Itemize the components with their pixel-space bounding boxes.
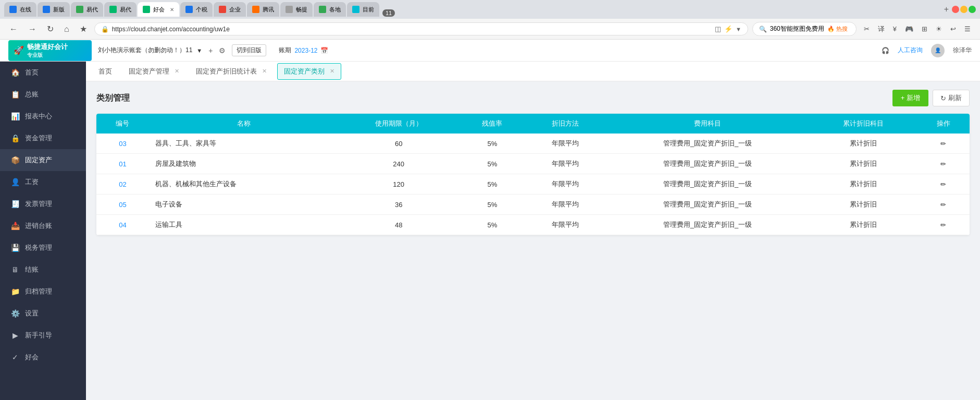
sidebar-item-设置[interactable]: ⚙️ 设置 — [0, 302, 86, 324]
sidebar-icon-总账: 📋 — [10, 90, 20, 99]
switch-version-btn[interactable]: 切到旧版 — [232, 44, 266, 56]
tab-favicon — [252, 6, 259, 13]
calendar-icon: 📅 — [320, 47, 328, 54]
breadcrumb-home[interactable]: 首页 — [94, 64, 116, 79]
browser-tab-在线[interactable]: 在线 — [4, 2, 36, 17]
cell-accum-subject: 累计折旧 — [810, 215, 917, 235]
sidebar-item-归档管理[interactable]: 📁 归档管理 — [0, 281, 86, 302]
tab-label: 好会 — [153, 6, 165, 14]
reload-button[interactable]: ↻ — [44, 22, 57, 36]
page-tab-固定资产折旧统计表[interactable]: 固定资产折旧统计表 ✕ — [190, 64, 273, 79]
cell-code: 04 — [96, 215, 149, 235]
tab-bar: 在线 新版 易代 易代 好会 ✕ 个税 企业 腾讯 畅提 各地 目前 11 + — [0, 0, 980, 19]
forward-button[interactable]: → — [25, 22, 40, 36]
url-text: https://cloud.chanjet.com/accounting/uw1… — [112, 26, 712, 33]
window-min-btn[interactable] — [960, 6, 967, 13]
sidebar-item-新手引导[interactable]: ▶ 新手引导 — [0, 324, 86, 346]
browser-tab-好会[interactable]: 好会 ✕ — [138, 2, 179, 17]
tab-close-icon[interactable]: ✕ — [170, 7, 174, 13]
browser-tab-目前[interactable]: 目前 — [347, 2, 379, 17]
logo-icon: 🚀 — [14, 45, 24, 55]
user-info-section: 刘小艳演示账套（勿删勿动！）11 ▼ + ⚙ — [98, 46, 226, 55]
app-logo: 🚀 畅捷通好会计 专业版 — [8, 40, 92, 61]
sidebar-label: 固定资产 — [25, 155, 52, 165]
new-record-btn[interactable]: + 新增 — [892, 90, 928, 106]
sidebar-item-报表中心[interactable]: 📊 报表中心 — [0, 105, 86, 127]
sidebar-icon-进销台账: 📥 — [10, 221, 20, 231]
new-tab-button[interactable]: + — [942, 5, 951, 14]
page-tab-固定资产类别[interactable]: 固定资产类别 ✕ — [277, 63, 341, 80]
cell-edit[interactable]: ✏ — [917, 174, 970, 195]
sidebar-label: 报表中心 — [25, 112, 52, 121]
cell-edit[interactable]: ✏ — [917, 134, 970, 154]
cell-name: 电子设备 — [149, 195, 338, 215]
sidebar-label: 资金管理 — [25, 134, 52, 143]
cut-icon[interactable]: ✂ — [861, 22, 873, 36]
sidebar-item-好会[interactable]: ✓ 好会 — [0, 346, 86, 368]
cell-accum-subject: 累计折旧 — [810, 174, 917, 195]
page-tab-固定资产管理[interactable]: 固定资产管理 ✕ — [122, 64, 185, 79]
brightness-icon[interactable]: ☀ — [933, 22, 945, 36]
sidebar-item-税务管理[interactable]: 💾 税务管理 — [0, 237, 86, 259]
cell-code: 05 — [96, 195, 149, 215]
cell-rate: 5% — [459, 134, 525, 154]
avatar-icon: 👤 — [935, 47, 941, 53]
menu-icon[interactable]: ☰ — [961, 22, 974, 36]
action-buttons: + 新增 ↻ 刷新 — [892, 90, 970, 106]
sidebar-item-工资[interactable]: 👤 工资 — [0, 171, 86, 193]
back-button[interactable]: ← — [6, 22, 21, 36]
page-tab-close-icon[interactable]: ✕ — [330, 68, 334, 75]
tab-favicon — [43, 6, 50, 13]
table-row: 04运输工具485%年限平均管理费用_固定资产折旧_一级累计折旧✏ — [96, 215, 970, 235]
grid-icon[interactable]: ⊞ — [919, 22, 931, 36]
bookmark-button[interactable]: ★ — [77, 22, 90, 36]
sidebar-item-资金管理[interactable]: 🔒 资金管理 — [0, 127, 86, 149]
sidebar-item-固定资产[interactable]: 📦 固定资产 — [0, 149, 86, 171]
tab-label: 在线 — [20, 6, 31, 14]
undo-icon[interactable]: ↩ — [947, 22, 959, 36]
dropdown-icon: ▼ — [196, 47, 202, 54]
cell-months: 120 — [338, 174, 459, 195]
sidebar-item-发票管理[interactable]: 🧾 发票管理 — [0, 193, 86, 215]
browser-toolbar: ← → ↻ ⌂ ★ 🔒 https://cloud.chanjet.com/ac… — [0, 19, 980, 40]
sidebar-item-首页[interactable]: 🏠 首页 — [0, 62, 86, 83]
browser-tab-腾讯[interactable]: 腾讯 — [247, 2, 279, 17]
browser-tab-各地[interactable]: 各地 — [314, 2, 346, 17]
home-button[interactable]: ⌂ — [61, 22, 72, 36]
sidebar-item-进销台账[interactable]: 📥 进销台账 — [0, 215, 86, 237]
browser-tab-个税[interactable]: 个税 — [180, 2, 213, 17]
cell-expense-subject: 管理费用_固定资产折旧_一级 — [605, 195, 810, 215]
tab-favicon — [286, 6, 293, 13]
sidebar-item-总账[interactable]: 📋 总账 — [0, 83, 86, 105]
table-header-折旧方法: 折旧方法 — [525, 114, 605, 134]
app-header: 🚀 畅捷通好会计 专业版 刘小艳演示账套（勿删勿动！）11 ▼ + ⚙ 切到旧版… — [0, 40, 980, 62]
refresh-btn[interactable]: ↻ 刷新 — [933, 90, 970, 106]
address-bar[interactable]: 🔒 https://cloud.chanjet.com/accounting/u… — [94, 22, 748, 35]
translate-icon[interactable]: 译 — [875, 22, 888, 36]
service-label[interactable]: 人工咨询 — [898, 46, 923, 55]
sidebar-item-结账[interactable]: 🖥 结账 — [0, 259, 86, 281]
browser-tab-新版[interactable]: 新版 — [38, 2, 70, 17]
cell-edit[interactable]: ✏ — [917, 154, 970, 174]
page-tab-close-icon[interactable]: ✕ — [262, 68, 267, 75]
browser-tab-畅提[interactable]: 畅提 — [280, 2, 313, 17]
page-tab-close-icon[interactable]: ✕ — [175, 68, 179, 75]
dropdown-icon: ▼ — [736, 26, 741, 32]
browser-search-bar[interactable]: 🔍 360智能抠图免费用 🔥 热搜 — [752, 22, 857, 36]
window-max-btn[interactable] — [969, 6, 976, 13]
wallet-icon[interactable]: ¥ — [890, 22, 900, 36]
browser-tab-企业[interactable]: 企业 — [214, 2, 246, 17]
browser-tab-易代[interactable]: 易代 — [71, 2, 103, 17]
cell-months: 60 — [338, 134, 459, 154]
tab-label: 腾讯 — [263, 6, 274, 14]
window-close-btn[interactable] — [952, 6, 959, 13]
settings-gear-btn[interactable]: ⚙ — [219, 46, 226, 55]
game-icon[interactable]: 🎮 — [902, 22, 916, 36]
cell-method: 年限平均 — [525, 195, 605, 215]
cell-edit[interactable]: ✏ — [917, 195, 970, 215]
tab-favicon — [185, 6, 193, 13]
logo-name: 畅捷通好会计 — [27, 42, 68, 52]
cell-edit[interactable]: ✏ — [917, 215, 970, 235]
browser-tab-易代[interactable]: 易代 — [104, 2, 137, 17]
add-account-btn[interactable]: + — [206, 46, 215, 55]
